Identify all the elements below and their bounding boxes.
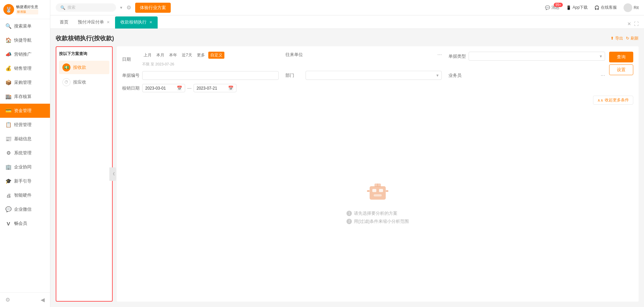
sidebar-item-member[interactable]: V 畅会员 bbox=[0, 216, 50, 231]
sidebar-item-operations[interactable]: 📋 经营管理 bbox=[0, 118, 50, 132]
date-shortcut-this-month[interactable]: 本月 bbox=[155, 52, 166, 59]
tab-prepayment-close-icon[interactable]: ✕ bbox=[107, 20, 110, 24]
tip-num-1: 1 bbox=[346, 211, 352, 216]
filter-item-by-receipt-label: 按收款 bbox=[73, 64, 86, 70]
dept-field: 部门 ▾ bbox=[285, 71, 442, 80]
topbar: 🔍 搜索 ▾ ⚙ 体验行业方案 💬 消息 99+ 📱 App下载 🎧 在线客服 … bbox=[50, 0, 644, 15]
sidebar-item-basic[interactable]: 📰 基础信息 bbox=[0, 132, 50, 146]
sidebar-item-wechat[interactable]: 💬 企业微信 bbox=[0, 202, 50, 216]
purchase-nav-icon: 📦 bbox=[5, 80, 11, 86]
basic-nav-icon: 📰 bbox=[5, 136, 11, 142]
export-button[interactable]: ⬆ 导出 bbox=[610, 36, 623, 41]
message-icon: 💬 bbox=[545, 5, 550, 10]
close-tab-icon[interactable]: ✕ bbox=[627, 21, 631, 27]
sidebar-item-label-basic: 基础信息 bbox=[14, 136, 32, 142]
user-profile[interactable]: Rit bbox=[624, 3, 639, 12]
main-panel: 按以下方案查询 💵 按收款 ⏱ 按应收 《 bbox=[56, 46, 639, 302]
sidebar-item-label-quick-nav: 快捷导航 bbox=[14, 37, 32, 43]
app-download-button[interactable]: 📱 App下载 bbox=[566, 5, 588, 10]
writeoff-date-field: 核销日期 📅 — 📅 bbox=[122, 84, 279, 92]
hardware-nav-icon: 🖨 bbox=[5, 192, 11, 198]
date-shortcut-more[interactable]: 更多 bbox=[196, 52, 206, 59]
sidebar-item-marketing[interactable]: 📣 营销推广 bbox=[0, 47, 50, 61]
collapse-sidebar-icon[interactable]: ◀ bbox=[41, 297, 45, 303]
sidebar-bottom: ⚙ ◀ bbox=[0, 292, 50, 307]
page-title: 收款核销执行(按收款) bbox=[56, 34, 114, 42]
home-nav-icon: 🏠 bbox=[5, 37, 11, 43]
user-name: Rit bbox=[634, 5, 639, 10]
tab-prepayment[interactable]: 预付冲应付单 ✕ bbox=[72, 16, 115, 29]
tab-home-label: 首页 bbox=[60, 19, 68, 25]
empty-tip-2: 2 用[过滤]条件来缩小分析范围 bbox=[346, 218, 409, 224]
date-shortcut-this-year[interactable]: 本年 bbox=[168, 52, 178, 59]
sidebar-item-sales[interactable]: 💰 销售管理 bbox=[0, 61, 50, 75]
maximize-tab-icon[interactable]: ⛶ bbox=[634, 21, 639, 27]
topbar-gear-icon[interactable]: ⚙ bbox=[126, 4, 131, 11]
filter-item-by-receipt[interactable]: 💵 按收款 bbox=[59, 61, 109, 74]
svg-rect-1 bbox=[372, 189, 376, 192]
collapse-conditions-button[interactable]: ∧∧ 收起更多条件 bbox=[593, 96, 633, 105]
message-button[interactable]: 💬 消息 99+ bbox=[545, 5, 559, 10]
doc-no-input[interactable] bbox=[142, 71, 279, 80]
empty-state: 1 请先选择要分析的方案 2 用[过滤]条件来缩小分析范围 bbox=[122, 106, 633, 296]
svg-rect-2 bbox=[379, 189, 383, 192]
sidebar-item-label-hardware: 智能硬件 bbox=[14, 192, 32, 198]
sidebar-nav: 🔍 搜索菜单 🏠 快捷导航 📣 营销推广 💰 销售管理 📦 采购管理 🏬 库存核… bbox=[0, 19, 50, 292]
app-label: App下载 bbox=[573, 5, 588, 10]
counterparty-dots-button[interactable]: ··· bbox=[437, 52, 442, 58]
online-service-button[interactable]: 🎧 在线客服 bbox=[594, 5, 617, 10]
sidebar-item-system[interactable]: ⚙ 系统管理 bbox=[0, 146, 50, 160]
app-icon: 📱 bbox=[566, 5, 571, 10]
topbar-dropdown-icon[interactable]: ▾ bbox=[120, 5, 122, 10]
staff-field: 业务员 ··· bbox=[448, 72, 605, 79]
date-hint: 不限 至 2023-07-26 bbox=[142, 62, 174, 66]
tab-receipt-writeoff-close-icon[interactable]: ✕ bbox=[149, 20, 152, 24]
query-button[interactable]: 查询 bbox=[609, 52, 633, 62]
sidebar: 🐰 畅捷通好生意 标准版 🔍 搜索菜单 🏠 快捷导航 📣 营销推广 💰 销售管理… bbox=[0, 0, 50, 307]
sidebar-item-inventory[interactable]: 🏬 库存核算 bbox=[0, 90, 50, 104]
writeoff-start-calendar-icon[interactable]: 📅 bbox=[177, 86, 182, 91]
writeoff-date-end-input[interactable] bbox=[197, 86, 227, 91]
tab-receipt-writeoff[interactable]: 收款核销执行 ✕ bbox=[115, 16, 158, 29]
date-shortcut-custom[interactable]: 自定义 bbox=[208, 52, 224, 59]
sidebar-item-label-wechat: 企业微信 bbox=[14, 206, 32, 212]
sidebar-item-capital[interactable]: 💳 资金管理 bbox=[0, 104, 50, 118]
filter-item-by-receivable[interactable]: ⏱ 按应收 bbox=[59, 75, 109, 89]
date-shortcut-7days[interactable]: 近7天 bbox=[180, 52, 194, 59]
user-avatar bbox=[624, 3, 632, 12]
topbar-search[interactable]: 🔍 搜索 bbox=[56, 3, 116, 12]
setting-button[interactable]: 设置 bbox=[609, 64, 633, 75]
staff-dots-button[interactable]: ··· bbox=[601, 72, 605, 79]
sidebar-item-hardware[interactable]: 🖨 智能硬件 bbox=[0, 188, 50, 202]
date-shortcut-last-month[interactable]: 上月 bbox=[142, 52, 153, 59]
sidebar-item-label-inventory: 库存核算 bbox=[14, 94, 32, 100]
service-label: 在线客服 bbox=[601, 5, 617, 10]
dept-dropdown-icon[interactable]: ▾ bbox=[436, 73, 439, 78]
date-label: 日期 bbox=[122, 56, 140, 62]
settings-bottom-icon[interactable]: ⚙ bbox=[5, 297, 10, 303]
svg-rect-5 bbox=[386, 190, 388, 192]
writeoff-end-calendar-icon[interactable]: 📅 bbox=[228, 86, 233, 91]
staff-label: 业务员 bbox=[448, 72, 466, 79]
query-form: 日期 上月 本月 本年 近7天 更多 自定义 不限 至 2023-07- bbox=[122, 52, 605, 92]
sidebar-item-enterprise[interactable]: 🏢 企业协同 bbox=[0, 160, 50, 174]
logo-badge: 标准版 bbox=[16, 9, 38, 14]
solution-button[interactable]: 体验行业方案 bbox=[135, 3, 171, 13]
writeoff-date-start-input[interactable] bbox=[145, 86, 175, 91]
refresh-button[interactable]: ↻ 刷新 bbox=[626, 36, 639, 41]
sidebar-item-label-member: 畅会员 bbox=[14, 220, 27, 226]
tab-home[interactable]: 首页 bbox=[56, 16, 72, 29]
sidebar-item-label-guide: 新手引导 bbox=[14, 178, 32, 184]
service-icon: 🎧 bbox=[594, 5, 599, 10]
tab-receipt-writeoff-label: 收款核销执行 bbox=[120, 19, 147, 25]
search-placeholder: 搜索 bbox=[67, 5, 75, 10]
sidebar-item-quick-nav[interactable]: 🏠 快捷导航 bbox=[0, 33, 50, 47]
sidebar-item-guide[interactable]: 🎓 新手引导 bbox=[0, 174, 50, 188]
sidebar-item-label-system: 系统管理 bbox=[14, 150, 32, 156]
export-label: 导出 bbox=[615, 36, 623, 41]
filter-collapse-button[interactable]: 《 bbox=[109, 167, 116, 181]
doc-type-dropdown-icon[interactable]: ▾ bbox=[600, 54, 602, 59]
query-buttons: 查询 设置 bbox=[609, 52, 633, 92]
sidebar-item-purchase[interactable]: 📦 采购管理 bbox=[0, 75, 50, 90]
sidebar-item-search[interactable]: 🔍 搜索菜单 bbox=[0, 19, 50, 33]
